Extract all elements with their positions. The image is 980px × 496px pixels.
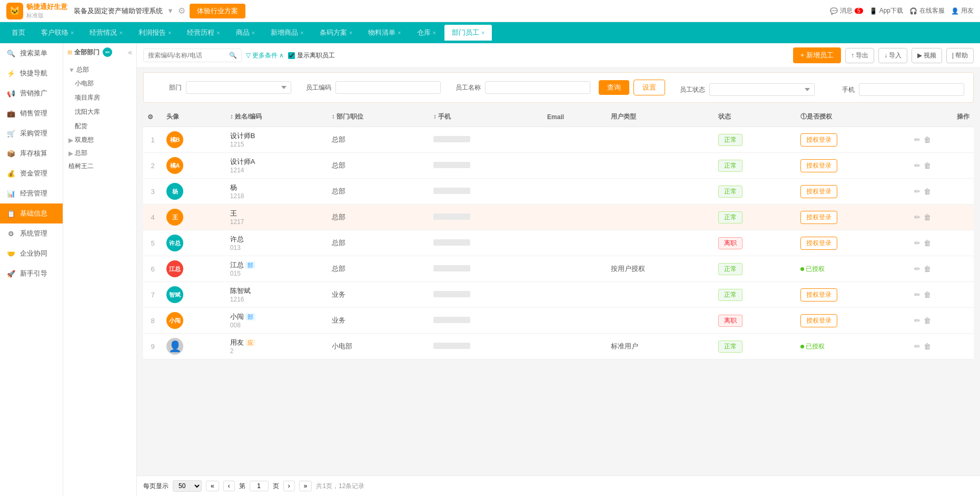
delete-btn[interactable]: 🗑 <box>924 316 931 325</box>
dept-child-xiangmu[interactable]: 项目库房 <box>63 91 136 105</box>
auth-btn[interactable]: 授权登录 <box>800 133 837 147</box>
tab-close-icon[interactable]: × <box>71 30 74 36</box>
nav-tab-首页[interactable]: 首页 <box>4 25 33 41</box>
col-name[interactable]: ↕ 姓名/编码 <box>226 107 328 127</box>
experience-btn[interactable]: 体验行业方案 <box>190 4 245 18</box>
status-filter-select[interactable] <box>709 83 815 96</box>
tab-close-icon[interactable]: × <box>119 30 122 36</box>
nav-tab-物料清单[interactable]: 物料清单× <box>361 25 408 41</box>
import-btn[interactable]: ↓ 导入 <box>878 48 907 63</box>
dept-collapse-btn[interactable]: « <box>128 48 132 56</box>
empcode-filter-input[interactable] <box>335 81 441 94</box>
page-input[interactable] <box>250 481 269 491</box>
dept-node-zongbu[interactable]: ▶总部 <box>63 147 136 160</box>
edit-btn[interactable]: ✏ <box>914 265 920 273</box>
delete-btn[interactable]: 🗑 <box>924 161 931 170</box>
col-settings[interactable]: ⚙ <box>143 107 162 127</box>
tab-close-icon[interactable]: × <box>300 30 303 36</box>
nav-tab-条码方案[interactable]: 条码方案× <box>312 25 360 41</box>
user-btn[interactable]: 👤 用友 <box>951 6 974 15</box>
phone-filter-input[interactable] <box>859 83 964 96</box>
menu-item-新手引导[interactable]: 🚀新手引导 <box>0 264 63 284</box>
settings-filter-btn[interactable]: 设置 <box>633 80 665 95</box>
delete-btn[interactable]: 🗑 <box>924 187 931 196</box>
message-btn[interactable]: 💬 消息 5 <box>830 6 863 15</box>
nav-tab-经营情况[interactable]: 经营情况× <box>82 25 130 41</box>
per-page-select[interactable]: 50 100 <box>173 480 202 492</box>
tab-close-icon[interactable]: × <box>216 30 220 36</box>
prev-page-btn[interactable]: ‹ <box>223 481 235 491</box>
tab-close-icon[interactable]: × <box>481 30 484 36</box>
tab-close-icon[interactable]: × <box>349 30 352 36</box>
search-input[interactable] <box>148 52 227 59</box>
dept-filter-select[interactable] <box>186 81 291 94</box>
auth-btn[interactable]: 授权登录 <box>800 211 837 224</box>
menu-item-库存核算[interactable]: 📦库存核算 <box>0 143 63 163</box>
menu-item-企业协同[interactable]: 🤝企业协同 <box>0 244 63 264</box>
add-employee-btn[interactable]: + 新增员工 <box>793 47 841 63</box>
edit-btn[interactable]: ✏ <box>914 135 920 144</box>
dept-node-general[interactable]: ▼总部 <box>63 63 136 76</box>
nav-tab-客户联络[interactable]: 客户联络× <box>34 25 81 41</box>
dept-child-peihuo[interactable]: 配货 <box>63 119 136 133</box>
dept-node-shuanglu[interactable]: ▶双鹿想 <box>63 133 136 147</box>
delete-btn[interactable]: 🗑 <box>924 265 931 273</box>
online-service-btn[interactable]: 🎧 在线客服 <box>909 6 945 15</box>
menu-item-快捷导航[interactable]: ⚡快捷导航 <box>0 63 63 83</box>
tab-close-icon[interactable]: × <box>433 30 436 36</box>
dept-child-shenyang[interactable]: 沈阳大库 <box>63 105 136 119</box>
nav-tab-利润报告[interactable]: 利润报告× <box>131 25 179 41</box>
delete-btn[interactable]: 🗑 <box>924 239 931 247</box>
empname-filter-input[interactable] <box>485 81 590 94</box>
auth-btn[interactable]: 授权登录 <box>800 159 837 172</box>
edit-btn[interactable]: ✏ <box>914 290 920 299</box>
more-conditions-btn[interactable]: ▽ 更多条件 ∧ <box>246 51 284 60</box>
edit-btn[interactable]: ✏ <box>914 239 920 247</box>
show-resigned-checkbox[interactable]: 显示离职员工 <box>288 51 335 60</box>
menu-item-采购管理[interactable]: 🛒采购管理 <box>0 123 63 143</box>
auth-btn[interactable]: 授权登录 <box>800 288 837 302</box>
view-btn[interactable]: ▶ 视频 <box>912 48 942 63</box>
delete-btn[interactable]: 🗑 <box>924 213 931 221</box>
first-page-btn[interactable]: « <box>206 481 219 491</box>
edit-btn[interactable]: ✏ <box>914 161 920 170</box>
auth-btn[interactable]: 授权登录 <box>800 185 837 198</box>
nav-tab-新增商品[interactable]: 新增商品× <box>263 25 311 41</box>
auth-btn[interactable]: 授权登录 <box>800 237 837 250</box>
last-page-btn[interactable]: » <box>299 481 312 491</box>
menu-item-销售管理[interactable]: 💼销售管理 <box>0 103 63 123</box>
menu-item-经营管理[interactable]: 📊经营管理 <box>0 183 63 203</box>
delete-btn[interactable]: 🗑 <box>924 342 931 351</box>
app-download-btn[interactable]: 📱 App下载 <box>869 6 903 15</box>
nav-tab-仓库[interactable]: 仓库× <box>410 25 443 41</box>
nav-tab-商品[interactable]: 商品× <box>229 25 262 41</box>
tab-close-icon[interactable]: × <box>168 30 171 36</box>
menu-item-搜索菜单[interactable]: 🔍搜索菜单 <box>0 43 63 63</box>
tab-close-icon[interactable]: × <box>398 30 401 36</box>
next-page-btn[interactable]: › <box>283 481 295 491</box>
menu-item-资金管理[interactable]: 💰资金管理 <box>0 163 63 183</box>
edit-btn[interactable]: ✏ <box>914 213 920 221</box>
delete-btn[interactable]: 🗑 <box>924 290 931 299</box>
dropdown-arrow-icon[interactable]: ▼ <box>167 7 174 15</box>
query-btn[interactable]: 查询 <box>599 80 629 95</box>
dept-node-zhishu[interactable]: 植树王二 <box>63 160 136 173</box>
nav-tab-经营历程[interactable]: 经营历程× <box>180 25 227 41</box>
col-dept[interactable]: ↕ 部门/职位 <box>328 107 429 127</box>
menu-item-系统管理[interactable]: ⚙系统管理 <box>0 223 63 244</box>
dept-all-label[interactable]: 全部部门 <box>74 48 100 57</box>
edit-btn[interactable]: ✏ <box>914 342 920 351</box>
auth-btn[interactable]: 授权登录 <box>800 314 837 327</box>
export-btn[interactable]: ↑ 导出 <box>845 48 874 63</box>
tab-close-icon[interactable]: × <box>252 30 255 36</box>
menu-item-基础信息[interactable]: 📋基础信息 <box>0 203 63 223</box>
help-btn[interactable]: | 帮助 <box>946 48 974 63</box>
dept-child-xiaodian[interactable]: 小电部 <box>63 76 136 91</box>
menu-item-营销推广[interactable]: 📢营销推广 <box>0 83 63 103</box>
settings-icon[interactable]: ⚙ <box>178 6 185 16</box>
edit-btn[interactable]: ✏ <box>914 187 920 196</box>
edit-btn[interactable]: ✏ <box>914 316 920 325</box>
nav-tab-部门员工[interactable]: 部门员工× <box>444 25 492 41</box>
col-phone[interactable]: ↕ 手机 <box>429 107 543 127</box>
delete-btn[interactable]: 🗑 <box>924 135 931 144</box>
